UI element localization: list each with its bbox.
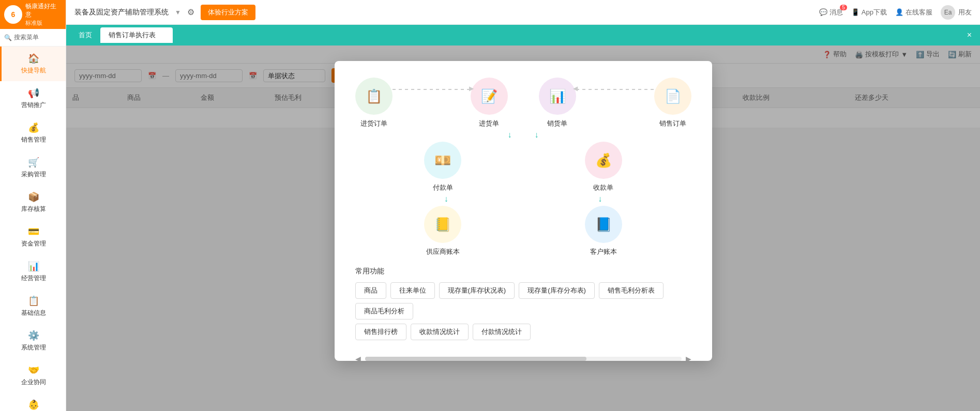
quick-btns-row2: 销售排行榜 收款情况统计 付款情况统计 [355,324,691,340]
message-btn[interactable]: 💬 消息 5 [819,8,843,17]
avatar: Ea [941,5,955,20]
tab-bar-close-btn[interactable]: × [963,28,976,42]
flow-node-purchase-order: 📋 进货订单 [355,78,393,128]
purchase-order-label: 进货订单 [360,119,387,128]
purchase-icon: 🛒 [28,157,39,168]
sidebar-item-purchase[interactable]: 🛒 采购管理 [0,150,66,185]
tab-bar: 首页 销售订单执行表 × × [66,25,980,45]
sidebar-logo: 6 畅康通好生意 标准版 [0,0,66,29]
sidebar-item-basic[interactable]: 📋 基础信息 [0,289,66,324]
sales-order-label: 销售订单 [659,119,686,128]
supplier-label: 供应商账本 [426,247,460,256]
quick-btn-sales-rank[interactable]: 销售排行榜 [355,324,406,340]
sidebar-search[interactable]: 🔍 搜索菜单 [0,29,66,47]
scroll-nav: ◀ ▶ [355,355,691,361]
online-service-btn[interactable]: 👤 在线客服 [895,8,932,17]
sidebar-item-marketing[interactable]: 📢 营销推广 [0,81,66,116]
sidebar-item-finance[interactable]: 💳 资金管理 [0,220,66,254]
system-icon: ⚙️ [28,330,39,341]
main-content: 装备及固定资产辅助管理系统 ▼ ⚙ 体验行业方案 💬 消息 5 📱 App下载 … [66,0,980,411]
quick-btn-sales-profit[interactable]: 销售毛利分析表 [599,282,664,299]
home-icon: 🏠 [28,53,39,64]
finance-icon: 💳 [28,226,39,237]
purchase-bill-label: 进货单 [479,119,499,128]
sales-bill-label: 销货单 [547,119,567,128]
quick-btn-payment-stats[interactable]: 付款情况统计 [473,324,531,340]
operation-icon: 📊 [28,261,39,272]
arrow-down-sales: ↓ [535,128,539,142]
quick-btn-stock-dist[interactable]: 现存量(库存分布表) [519,282,595,299]
customer-circle[interactable]: 📘 [585,206,622,243]
quick-functions-section: 常用功能 商品 往来单位 现存量(库存状况表) 现存量(库存分布表) 销售毛利分… [335,267,712,351]
flow-node-payment: 💴 付款单 [424,142,461,192]
download-icon: 📱 [851,8,860,16]
sidebar-item-enterprise[interactable]: 🤝 企业协同 [0,358,66,393]
basic-icon: 📋 [28,295,39,307]
modal-overlay[interactable]: 📋 进货订单 ▶ [66,45,980,411]
flow-node-receipt: 💰 收款单 [585,142,622,192]
quick-btns-container: 商品 往来单位 现存量(库存状况表) 现存量(库存分布表) 销售毛利分析表 商品… [355,282,691,319]
sidebar-item-quick[interactable]: 🏠 快捷导航 [0,47,66,81]
experience-btn[interactable]: 体验行业方案 [201,5,255,20]
payment-label: 付款单 [433,183,453,192]
sidebar-item-sales[interactable]: 💰 销售管理 [0,116,66,150]
message-badge: 5 [840,5,847,10]
purchase-order-circle[interactable]: 📋 [355,78,393,115]
page-area: ❓ 帮助 🖨️ 按模板打印 ▼ ⬆️ 导出 � [66,45,980,411]
arrow-down-purchase: ↓ [508,128,512,142]
arrow-down-payment: ↓ [444,192,448,206]
system-title: 装备及固定资产辅助管理系统 [74,8,169,17]
arrow-down-receipt: ↓ [598,192,602,206]
system-dropdown[interactable]: ▼ [175,9,181,16]
marketing-icon: 📢 [28,87,39,99]
payment-circle[interactable]: 💴 [424,142,461,179]
tab-close-btn[interactable]: × [161,32,164,39]
user-area[interactable]: Ea 用友 [941,5,972,20]
sidebar-item-inventory[interactable]: 📦 库存核算 [0,185,66,220]
flow-node-sales-order: 📄 销售订单 [654,78,691,128]
app-download-btn[interactable]: 📱 App下载 [851,8,887,17]
scroll-right-btn[interactable]: ▶ [686,355,691,361]
sidebar-item-newbie[interactable]: 👶 新手引导 [0,393,66,411]
quick-btn-receipt-stats[interactable]: 收款情况统计 [411,324,469,340]
purchase-bill-circle[interactable]: 📝 [471,78,508,115]
scroll-thumb [365,357,586,361]
sidebar: 6 畅康通好生意 标准版 🔍 搜索菜单 🏠 快捷导航 📢 营销推广 💰 销售管理 [0,0,66,411]
quick-btn-stock-status[interactable]: 现存量(库存状况表) [439,282,515,299]
flow-node-supplier: 📒 供应商账本 [424,206,461,256]
top-nav: 装备及固定资产辅助管理系统 ▼ ⚙ 体验行业方案 💬 消息 5 📱 App下载 … [66,0,980,25]
newbie-icon: 👶 [28,399,39,410]
customer-label: 客户账本 [590,247,617,256]
app-logo-icon: 6 [4,5,22,24]
quick-btn-goods[interactable]: 商品 [355,282,386,299]
modal: 📋 进货订单 ▶ [335,61,712,361]
scroll-track[interactable] [365,357,682,361]
enterprise-icon: 🤝 [28,364,39,376]
sales-order-circle[interactable]: 📄 [654,78,691,115]
app-logo-text: 畅康通好生意 标准版 [25,2,62,27]
flow-node-purchase-bill: 📝 进货单 [471,78,508,128]
message-icon: 💬 [819,8,827,16]
tab-sales-order[interactable]: 销售订单执行表 × [100,27,173,43]
flow-node-sales-bill: 📊 销货单 [539,78,576,128]
flow-section: 📋 进货订单 ▶ [335,61,712,267]
gear-icon[interactable]: ⚙ [187,7,194,17]
sidebar-item-operation[interactable]: 📊 经营管理 [0,254,66,289]
scroll-left-btn[interactable]: ◀ [355,355,361,361]
sidebar-menu: 🏠 快捷导航 📢 营销推广 💰 销售管理 🛒 采购管理 📦 库存核算 💳 [0,47,66,411]
modal-scrollbar: ◀ ▶ [335,351,712,361]
quick-btn-partner[interactable]: 往来单位 [390,282,435,299]
tab-home[interactable]: 首页 [70,27,100,43]
top-nav-right: 💬 消息 5 📱 App下载 👤 在线客服 Ea 用友 [819,5,972,20]
sidebar-item-system[interactable]: ⚙️ 系统管理 [0,324,66,358]
sales-icon: 💰 [28,122,39,133]
quick-btn-goods-profit[interactable]: 商品毛利分析 [355,303,413,319]
quick-functions-title: 常用功能 [355,267,691,276]
supplier-circle[interactable]: 📒 [424,206,461,243]
service-icon: 👤 [895,8,903,16]
sales-bill-circle[interactable]: 📊 [539,78,576,115]
receipt-circle[interactable]: 💰 [585,142,622,179]
flow-node-customer: 📘 客户账本 [585,206,622,256]
inventory-icon: 📦 [28,191,39,203]
search-icon: 🔍 [4,34,12,41]
